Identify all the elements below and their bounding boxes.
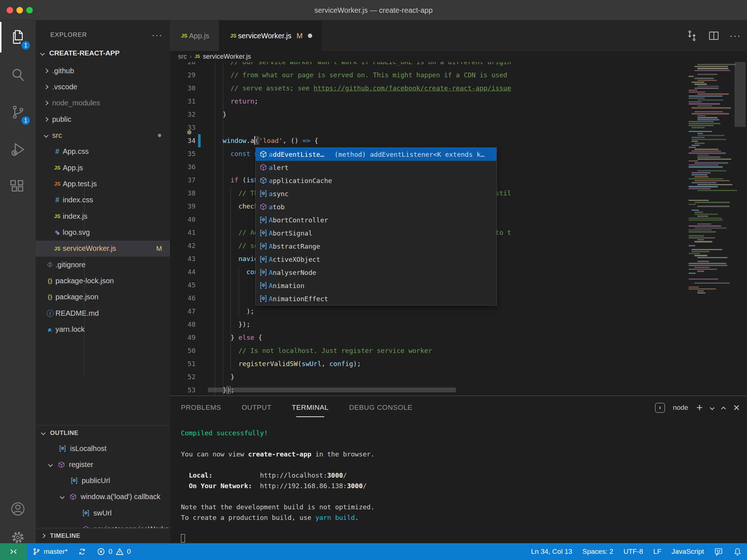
outline-item-swurl[interactable]: swUrl <box>36 505 170 521</box>
code-line-52[interactable]: 52 } <box>170 370 739 384</box>
suggestion-addeventliste[interactable]: addEventListe…(method) addEventListener<… <box>256 148 496 161</box>
outline-item-navigator-serviceworker-read[interactable]: navigator.serviceWorker.read <box>36 521 170 528</box>
maximize-panel-icon[interactable] <box>721 407 726 411</box>
suggestion-async[interactable]: async <box>256 187 496 200</box>
close-panel-icon[interactable]: × <box>733 401 740 414</box>
suggestion-abortsignal[interactable]: AbortSignal <box>256 226 496 240</box>
panel-tab-debug-console[interactable]: DEBUG CONSOLE <box>349 396 413 419</box>
panel-tab-output[interactable]: OUTPUT <box>241 396 271 419</box>
suggestion-abortcontroller[interactable]: AbortController <box>256 213 496 226</box>
breadcrumb-folder[interactable]: src <box>178 53 187 61</box>
code-line-34[interactable]: 34 window.a('load', () => { <box>170 134 739 147</box>
minimap[interactable] <box>687 62 733 303</box>
activity-extensions[interactable] <box>0 170 36 203</box>
outline-item-islocalhost[interactable]: isLocalhost <box>36 440 170 456</box>
outline-item-window-a-load-callback[interactable]: window.a('load') callback <box>36 489 170 505</box>
open-changes-icon[interactable] <box>686 30 698 42</box>
tree-item-vscode[interactable]: .vscode <box>36 79 170 95</box>
more-actions-icon[interactable]: ··· <box>729 30 741 42</box>
suggestion-label: AbstractRange <box>269 242 320 250</box>
split-editor-icon[interactable] <box>708 30 720 42</box>
status-bar: master* 0 0 Ln 34, Col 13 Spaces: 2 UTF-… <box>0 543 747 560</box>
code-line-28[interactable]: 28 // Our service worker won't work if P… <box>170 62 739 69</box>
activity-run-debug[interactable] <box>0 133 36 166</box>
breadcrumb-file[interactable]: serviceWorker.js <box>203 53 251 61</box>
code-line-30[interactable]: 30 // serve assets; see https://github.c… <box>170 82 739 95</box>
timeline-section-header[interactable]: TIMELINE <box>36 528 170 543</box>
code-line-47[interactable]: 47 ); <box>170 305 739 318</box>
new-terminal-icon[interactable]: + <box>696 401 703 414</box>
tree-item-public[interactable]: public <box>36 111 170 127</box>
code-line-50[interactable]: 50 // Is not localhost. Just register se… <box>170 344 739 357</box>
notifications-button[interactable] <box>728 543 747 560</box>
tree-item-serviceworker-js[interactable]: JSserviceWorker.jsM <box>36 241 170 257</box>
panel-tabs: PROBLEMSOUTPUTTERMINALDEBUG CONSOLE <box>181 396 413 419</box>
file-label: package.json <box>55 293 98 301</box>
suggestion-atob[interactable]: atob <box>256 200 496 213</box>
tree-item-package-lock-json[interactable]: {}package-lock.json <box>36 273 170 289</box>
tree-item-index-css[interactable]: #index.css <box>36 192 170 208</box>
suggestion-label: async <box>269 190 289 198</box>
line-content: ); <box>207 305 254 318</box>
eol-setting[interactable]: LF <box>648 543 666 560</box>
tree-item-logo-svg[interactable]: logo.svg <box>36 225 170 241</box>
encoding-setting[interactable]: UTF-8 <box>618 543 648 560</box>
activity-search[interactable] <box>0 58 36 92</box>
terminal-output[interactable]: Compiled successfully!You can now view c… <box>181 428 740 543</box>
vertical-scrollbar[interactable] <box>735 62 746 127</box>
remote-indicator[interactable] <box>0 543 27 560</box>
tree-item-yarn-lock[interactable]: yarn.lock <box>36 322 170 338</box>
sync-status[interactable] <box>73 543 92 560</box>
suggestion-alert[interactable]: alert <box>256 161 496 174</box>
tree-item-app-test-js[interactable]: JSApp.test.js <box>36 176 170 192</box>
activity-explorer[interactable]: 1 <box>0 20 36 54</box>
tree-item-index-js[interactable]: JSindex.js <box>36 208 170 224</box>
code-line-48[interactable]: 48 }); <box>170 318 739 331</box>
tree-item-gitignore[interactable]: .gitignore <box>36 257 170 273</box>
terminal-icon: › <box>655 403 665 413</box>
tab-app-js[interactable]: JSApp.js <box>170 20 219 51</box>
git-branch-status[interactable]: master* <box>27 543 73 560</box>
tab-label: App.js <box>189 32 209 40</box>
code-line-51[interactable]: 51 registerValidSW(swUrl, config); <box>170 357 739 370</box>
suggestion-animationeffect[interactable]: AnimationEffect <box>256 292 496 305</box>
panel-tab-problems[interactable]: PROBLEMS <box>181 396 221 419</box>
terminal-dropdown-icon[interactable] <box>710 405 715 410</box>
code-line-32[interactable]: 32 } <box>170 108 739 121</box>
tree-item-app-css[interactable]: #App.css <box>36 144 170 160</box>
tree-item-github[interactable]: .github <box>36 63 170 79</box>
indentation-setting[interactable]: Spaces: 2 <box>577 543 619 560</box>
yarn-file-icon <box>44 326 55 333</box>
horizontal-scrollbar[interactable] <box>208 388 456 392</box>
tree-item-package-json[interactable]: {}package.json <box>36 289 170 305</box>
activity-bar: 11 <box>0 20 36 543</box>
project-root-folder[interactable]: CREATE-REACT-APP <box>36 45 170 61</box>
problems-status[interactable]: 0 0 <box>92 543 136 560</box>
tree-item-readme-md[interactable]: iREADME.md <box>36 305 170 321</box>
explorer-more-actions-icon[interactable]: ··· <box>152 30 163 40</box>
css-file-icon: # <box>52 147 63 156</box>
feedback-button[interactable] <box>709 543 728 560</box>
suggestion-applicationcache[interactable]: applicationCache <box>256 174 496 187</box>
tab-serviceworker-js[interactable]: JSserviceWorker.jsM <box>219 20 322 51</box>
suggestion-activexobject[interactable]: ActiveXObject <box>256 253 496 266</box>
panel-tab-terminal[interactable]: TERMINAL <box>292 396 329 419</box>
outline-section-header[interactable]: OUTLINE <box>36 425 170 440</box>
activity-source-control[interactable]: 1 <box>0 96 36 129</box>
suggestion-animation[interactable]: Animation <box>256 279 496 292</box>
outline-item-register[interactable]: register <box>36 456 170 472</box>
outline-item-publicurl[interactable]: publicUrl <box>36 473 170 489</box>
code-line-49[interactable]: 49 } else { <box>170 331 739 344</box>
terminal-shell-label[interactable]: node <box>673 404 688 412</box>
suggestion-analysernode[interactable]: AnalyserNode <box>256 266 496 279</box>
language-mode[interactable]: JavaScript <box>666 543 709 560</box>
suggestion-label: AbortSignal <box>269 229 312 237</box>
suggestion-abstractrange[interactable]: AbstractRange <box>256 240 496 253</box>
tree-item-src[interactable]: src <box>36 127 170 143</box>
code-line-31[interactable]: 31 return; <box>170 95 739 108</box>
cursor-position[interactable]: Ln 34, Col 13 <box>526 543 577 560</box>
tree-item-node-modules[interactable]: node_modules <box>36 95 170 111</box>
tree-item-app-js[interactable]: JSApp.js <box>36 160 170 176</box>
code-line-29[interactable]: 29 // from what our page is served on. T… <box>170 69 739 82</box>
code-line-33[interactable]: 33 <box>170 121 739 134</box>
